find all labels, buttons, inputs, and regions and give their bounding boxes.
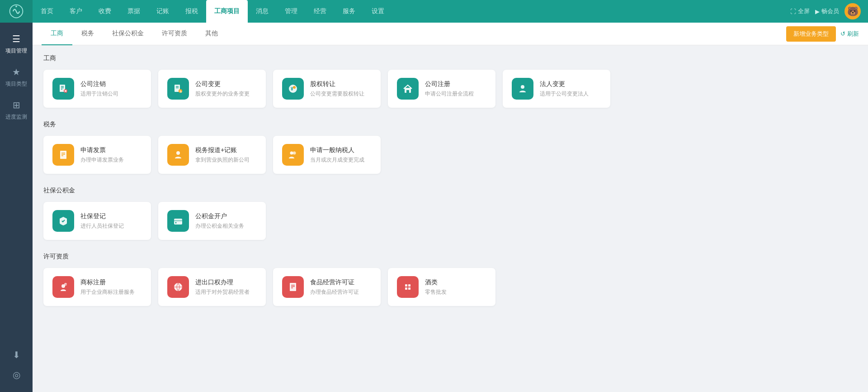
nav-item-记账[interactable]: 记账 [148,0,177,23]
service-card[interactable]: ↻公司变更股权变更外的业务变更 [158,70,266,108]
service-card[interactable]: 申请一般纳税人当月或次月成变更完成 [273,136,381,174]
section-title: 许可资质 [43,253,857,261]
card-desc: 办理食品经营许可证 [310,288,359,296]
service-card[interactable]: 食品经营许可证办理食品经营许可证 [273,268,381,306]
tab-税务[interactable]: 税务 [72,23,103,45]
sidebar-item-项目管理[interactable]: ☰项目管理 [0,27,33,60]
svg-point-15 [293,86,296,89]
svg-point-23 [176,151,180,155]
card-icon [282,144,304,166]
nav-item-设置[interactable]: 设置 [363,0,392,23]
service-card[interactable]: 申请发票办理申请发票业务 [43,136,151,174]
card-name: 酒类 [425,278,447,287]
card-icon [167,144,189,166]
card-name: 公司变更 [195,80,250,88]
fullscreen-btn[interactable]: ⛶ 全屏 [790,7,810,15]
nav-item-经营[interactable]: 经营 [306,0,335,23]
card-desc: 申请公司注册全流程 [425,90,474,98]
card-name: 社保登记 [80,212,124,220]
card-icon [167,276,189,298]
card-info: 公积金开户办理公积金相关业务 [195,212,244,230]
card-desc: 适用于对外贸易经营者 [195,288,250,296]
card-info: 食品经营许可证办理食品经营许可证 [310,278,359,296]
tab-社保公积金[interactable]: 社保公积金 [103,23,153,45]
sidebar-bottom-item[interactable]: ◎ [0,365,33,385]
svg-rect-27 [174,220,182,221]
sidebar-item-项目类型[interactable]: ★项目类型 [0,60,33,93]
sidebar: ☰项目管理★项目类型⊞进度监测 ⬇◎ [0,23,33,392]
svg-rect-17 [406,90,409,93]
svg-rect-19 [60,151,66,159]
card-desc: 适用于注销公司 [80,90,118,98]
card-icon [512,78,533,100]
svg-rect-41 [408,287,410,290]
tab-bar: 工商税务社保公积金许可资质其他 新增业务类型 ↺ 刷新 [33,23,868,45]
card-name: 法人变更 [540,80,589,88]
service-card[interactable]: 税务报道+记账拿到营业执照的新公司 [158,136,266,174]
nav-item-管理[interactable]: 管理 [277,0,306,23]
card-icon [52,210,74,232]
card-icon [397,276,419,298]
card-desc: 零售批发 [425,288,447,296]
card-grid: 申请发票办理申请发票业务税务报道+记账拿到营业执照的新公司申请一般纳税人当月或次… [43,136,857,174]
card-desc: 股权变更外的业务变更 [195,90,250,98]
service-card[interactable]: 公司注销适用于注销公司 [43,70,151,108]
card-info: 进出口权办理适用于对外贸易经营者 [195,278,250,296]
sidebar-bottom-item[interactable]: ⬇ [0,345,33,365]
card-name: 食品经营许可证 [310,278,359,287]
section-title: 税务 [43,120,857,129]
nav-item-工商项目[interactable]: 工商项目 [206,0,248,23]
service-card[interactable]: 进出口权办理适用于对外贸易经营者 [158,268,266,306]
svg-text:↻: ↻ [179,90,182,93]
card-desc: 进行人员社保登记 [80,222,124,230]
section-税务: 税务申请发票办理申请发票业务税务报道+记账拿到营业执照的新公司申请一般纳税人当月… [43,120,857,174]
content-area: 工商税务社保公积金许可资质其他 新增业务类型 ↺ 刷新 工商公司注销适用于注销公… [33,23,868,392]
card-info: 公司变更股权变更外的业务变更 [195,80,250,98]
refresh-button[interactable]: ↺ 刷新 [840,30,859,38]
card-info: 公司注销适用于注销公司 [80,80,118,98]
card-desc: 办理申请发票业务 [80,156,124,164]
svg-point-28 [175,222,177,224]
avatar[interactable]: 🐻 [844,3,861,19]
nav-item-服务[interactable]: 服务 [335,0,363,23]
service-card[interactable]: 法人变更适用于公司变更法人 [503,70,610,108]
tab-工商[interactable]: 工商 [42,23,72,45]
tab-其他[interactable]: 其他 [196,23,227,45]
section-title: 工商 [43,54,857,62]
service-card[interactable]: 公司注册申请公司注册全流程 [388,70,495,108]
card-info: 税务报道+记账拿到营业执照的新公司 [195,146,250,164]
service-card[interactable]: ™商标注册用于企业商标注册服务 [43,268,151,306]
section-工商: 工商公司注销适用于注销公司↻公司变更股权变更外的业务变更¥股权转让公司变更需要股… [43,54,857,108]
service-card[interactable]: 酒类零售批发 [388,268,495,306]
top-nav-right: ⛶ 全屏 ▶ 畅会员 🐻 [790,3,868,19]
card-name: 商标注册 [80,278,135,287]
card-info: 申请一般纳税人当月或次月成变更完成 [310,146,364,164]
sidebar-bottom: ⬇◎ [0,345,33,392]
service-card[interactable]: ¥股权转让公司变更需要股权转让 [273,70,381,108]
service-card[interactable]: 社保登记进行人员社保登记 [43,202,151,240]
card-icon: ™ [52,276,74,298]
card-desc: 拿到营业执照的新公司 [195,156,250,164]
vip-btn[interactable]: ▶ 畅会员 [815,7,839,15]
nav-item-首页[interactable]: 首页 [33,0,61,23]
add-type-button[interactable]: 新增业务类型 [786,26,836,42]
nav-item-收费[interactable]: 收费 [90,0,119,23]
svg-text:™: ™ [65,283,67,286]
svg-rect-34 [290,283,296,291]
card-icon: ¥ [282,78,304,100]
card-icon [52,78,74,100]
card-info: 公司注册申请公司注册全流程 [425,80,474,98]
tab-许可资质[interactable]: 许可资质 [153,23,196,45]
card-name: 公司注销 [80,80,118,88]
sidebar-item-进度监测[interactable]: ⊞进度监测 [0,93,33,126]
svg-point-25 [293,152,296,155]
nav-item-消息[interactable]: 消息 [248,0,277,23]
card-desc: 适用于公司变更法人 [540,90,589,98]
nav-item-票据[interactable]: 票据 [119,0,148,23]
svg-rect-26 [174,219,182,225]
card-name: 申请发票 [80,146,124,154]
nav-item-报税[interactable]: 报税 [177,0,206,23]
nav-item-客户[interactable]: 客户 [61,0,90,23]
service-card[interactable]: 公积金开户办理公积金相关业务 [158,202,266,240]
card-icon [167,210,189,232]
